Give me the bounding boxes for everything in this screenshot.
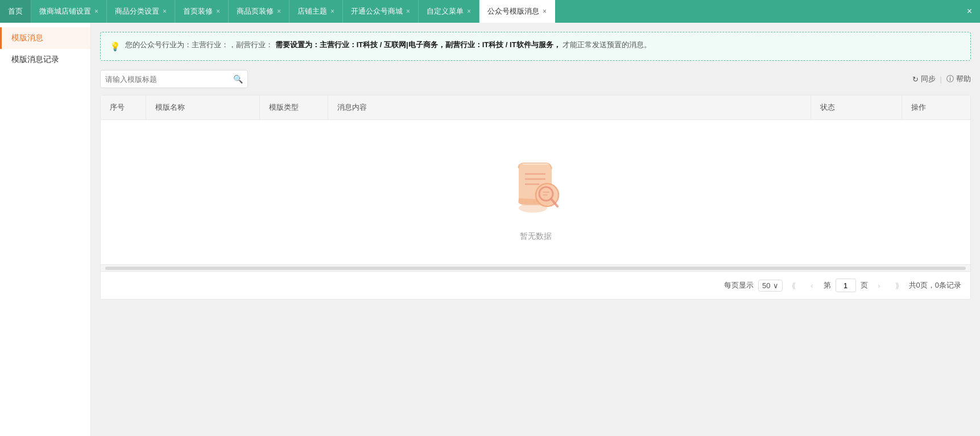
notice-text-suffix: 才能正常发送预置的消息。 [563,40,651,49]
page-size-label: 每页显示 [724,280,754,290]
toolbar-right: ↻ 同步 | ⓘ 帮助 [912,74,971,84]
notice-text-highlight: 需要设置为：主营行业：IT科技 / 互联网|电子商务，副营行业：IT科技 / I… [275,40,561,49]
scrollbar-track[interactable] [105,267,966,270]
th-type: 模版类型 [260,95,328,119]
help-button[interactable]: ⓘ 帮助 [946,74,971,84]
nav-tab-home-decoration-label: 首页装修 [183,6,213,16]
th-action: 操作 [902,95,970,119]
total-info: 共0页，0条记录 [909,280,961,290]
notice-lightbulb-icon: 💡 [110,40,121,53]
pagination: 每页显示 50 ∨ ⟪ ‹ 第 页 › ⟫ [101,271,970,299]
notice-text: 您的公众号行业为：主营行业：，副营行业： 需要设置为：主营行业：IT科技 / 互… [125,39,651,51]
sidebar-item-template-message-record-label: 模版消息记录 [11,55,59,64]
close-product-decoration-icon[interactable]: × [277,7,281,15]
th-status: 状态 [811,95,902,119]
notice-text-prefix: 您的公众号行业为：主营行业：，副营行业： [125,40,273,49]
nav-tab-shop-settings-label: 微商城店铺设置 [39,6,91,16]
th-index: 序号 [101,95,146,119]
close-custom-menu-icon[interactable]: × [467,7,471,15]
sidebar-item-template-message[interactable]: 模版消息 [0,27,90,49]
search-icon[interactable]: 🔍 [233,74,243,84]
page-label-pre: 第 [824,280,831,290]
current-page-input[interactable] [836,279,856,292]
th-name: 模版名称 [146,95,260,119]
empty-illustration-svg [502,154,570,222]
sidebar-item-template-message-label: 模版消息 [11,33,43,42]
sidebar: 模版消息 模版消息记录 [0,23,91,436]
nav-tab-custom-menu-label: 自定义菜单 [427,6,464,16]
th-content: 消息内容 [328,95,811,119]
scrollbar-area [101,264,970,271]
main-layout: 模版消息 模版消息记录 💡 您的公众号行业为：主营行业：，副营行业： 需要设置为… [0,23,980,436]
nav-tab-home-decoration[interactable]: 首页装修 × [175,0,229,23]
first-page-button[interactable]: ⟪ [787,279,801,292]
nav-tab-product-decoration-label: 商品页装修 [237,6,274,16]
last-page-button[interactable]: ⟫ [891,279,904,292]
nav-tab-shop-settings[interactable]: 微商城店铺设置 × [31,0,107,23]
nav-tab-template-msg[interactable]: 公众号模版消息 × [479,0,555,23]
nav-tab-custom-menu[interactable]: 自定义菜单 × [419,0,479,23]
close-shop-settings-icon[interactable]: × [94,7,98,15]
sidebar-item-template-message-record[interactable]: 模版消息记录 [0,49,90,70]
sync-button[interactable]: ↻ 同步 [912,74,936,84]
sync-label: 同步 [921,74,936,84]
notice-box: 💡 您的公众号行业为：主营行业：，副营行业： 需要设置为：主营行业：IT科技 /… [100,32,971,61]
page-size-select[interactable]: 50 ∨ [758,280,782,292]
top-navigation: 首页 微商城店铺设置 × 商品分类设置 × 首页装修 × 商品页装修 × 店铺主… [0,0,980,23]
nav-tab-shop-theme-label: 店铺主题 [297,6,327,16]
close-template-msg-icon[interactable]: × [543,7,547,15]
help-circle-icon: ⓘ [946,74,954,84]
page-size-value: 50 [762,281,770,290]
nav-tab-shop-theme[interactable]: 店铺主题 × [290,0,343,23]
empty-text: 暂无数据 [520,231,552,242]
last-page-icon: ⟫ [895,281,899,290]
close-open-mall-icon[interactable]: × [406,7,410,15]
close-all-button[interactable]: × [959,0,980,23]
search-box: 🔍 [100,70,248,88]
close-category-settings-icon[interactable]: × [163,7,167,15]
toolbar: 🔍 ↻ 同步 | ⓘ 帮助 [100,70,971,88]
first-page-icon: ⟪ [792,281,796,290]
nav-tab-open-mall[interactable]: 开通公众号商城 × [343,0,419,23]
toolbar-divider: | [940,75,942,84]
table-container: 序号 模版名称 模版类型 消息内容 状态 操作 [100,95,971,300]
sync-refresh-icon: ↻ [912,75,919,84]
nav-tab-category-settings[interactable]: 商品分类设置 × [107,0,175,23]
content-area: 💡 您的公众号行业为：主营行业：，副营行业： 需要设置为：主营行业：IT科技 /… [91,23,980,436]
nav-tab-template-msg-label: 公众号模版消息 [487,6,539,16]
page-size-chevron-down-icon: ∨ [773,281,779,290]
table-header: 序号 模版名称 模版类型 消息内容 状态 操作 [101,95,970,120]
close-shop-theme-icon[interactable]: × [330,7,334,15]
nav-tab-home-label: 首页 [8,6,23,16]
nav-tab-product-decoration[interactable]: 商品页装修 × [229,0,290,23]
close-home-decoration-icon[interactable]: × [216,7,220,15]
empty-illustration [502,154,570,222]
page-label-suf: 页 [861,280,868,290]
next-page-button[interactable]: › [873,279,886,292]
nav-tab-category-settings-label: 商品分类设置 [115,6,159,16]
next-page-icon: › [878,281,880,290]
nav-tab-home[interactable]: 首页 [0,0,31,23]
nav-tab-open-mall-label: 开通公众号商城 [351,6,403,16]
search-input[interactable] [105,75,233,84]
empty-state: 暂无数据 [101,120,970,264]
prev-page-button[interactable]: ‹ [805,279,819,292]
prev-page-icon: ‹ [811,281,813,290]
help-label: 帮助 [956,74,971,84]
